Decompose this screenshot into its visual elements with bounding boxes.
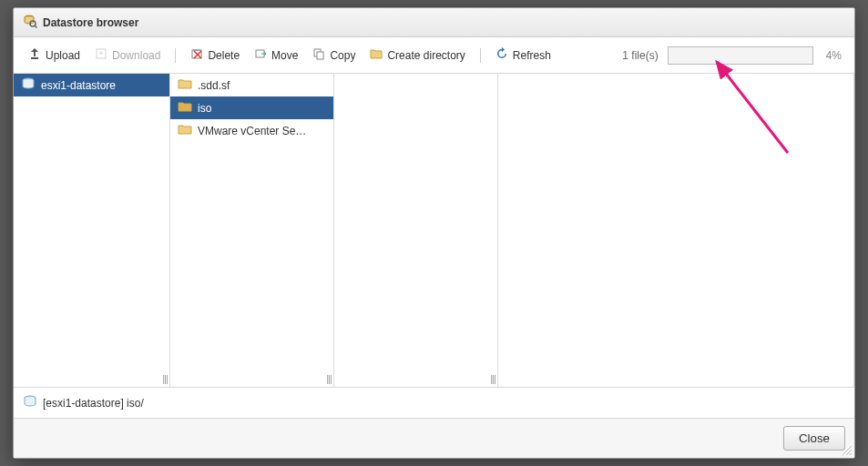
copy-label: Copy — [330, 49, 355, 62]
column-1[interactable]: esxi1-datastore ||| — [14, 74, 170, 387]
datastore-browser-dialog: Datastore browser Upload Download Delete — [13, 7, 855, 459]
svg-line-2 — [35, 25, 37, 28]
download-icon — [95, 47, 107, 63]
refresh-label: Refresh — [513, 49, 551, 62]
move-button[interactable]: Move — [249, 45, 303, 66]
upload-label: Upload — [46, 49, 80, 62]
progress-bar — [668, 46, 813, 65]
upload-icon — [28, 47, 41, 63]
column-3[interactable]: ||| — [334, 74, 498, 387]
item-label: esxi1-datastore — [41, 79, 116, 92]
titlebar: Datastore browser — [14, 8, 854, 37]
upload-button[interactable]: Upload — [23, 45, 86, 66]
separator — [175, 48, 176, 63]
svg-rect-8 — [317, 52, 323, 59]
close-button[interactable]: Close — [783, 426, 845, 451]
refresh-button[interactable]: Refresh — [490, 45, 557, 66]
progress-percent: 4% — [826, 49, 842, 62]
folder-item[interactable]: .sdd.sf — [170, 74, 333, 96]
delete-button[interactable]: Delete — [185, 45, 245, 66]
move-icon — [254, 47, 267, 63]
copy-button[interactable]: Copy — [307, 45, 361, 66]
toolbar: Upload Download Delete Move Copy — [14, 37, 854, 74]
datastore-item[interactable]: esxi1-datastore — [14, 74, 169, 96]
folder-item[interactable]: VMware vCenter Se… — [170, 119, 333, 142]
column-4[interactable] — [498, 74, 854, 387]
datastore-icon — [23, 395, 37, 410]
item-label: VMware vCenter Se… — [198, 125, 306, 137]
path-text: [esxi1-datastore] iso/ — [43, 397, 144, 410]
dialog-title: Datastore browser — [43, 16, 138, 29]
column-resize-handle[interactable]: ||| — [324, 372, 333, 385]
svg-rect-3 — [31, 57, 38, 59]
folder-icon — [178, 123, 192, 138]
create-dir-label: Create directory — [387, 49, 465, 62]
datastore-icon — [21, 77, 36, 93]
download-label: Download — [112, 49, 160, 62]
resize-handle[interactable] — [842, 445, 853, 456]
folder-icon — [178, 77, 192, 93]
file-count: 1 file(s) — [622, 49, 658, 62]
item-label: iso — [198, 102, 211, 115]
delete-icon — [190, 47, 203, 63]
magnifier-db-icon — [23, 14, 37, 31]
refresh-icon — [495, 47, 508, 63]
create-directory-button[interactable]: Create directory — [364, 45, 470, 66]
separator — [480, 48, 481, 63]
delete-label: Delete — [208, 49, 240, 62]
download-button: Download — [89, 45, 166, 66]
copy-icon — [312, 47, 325, 63]
move-label: Move — [271, 49, 298, 62]
column-2[interactable]: .sdd.sf iso VMware vCenter Se… ||| — [170, 74, 334, 387]
dialog-footer: Close — [14, 418, 854, 458]
column-resize-handle[interactable]: ||| — [488, 372, 497, 385]
folder-item[interactable]: iso — [170, 96, 333, 119]
folder-plus-icon — [370, 47, 383, 63]
item-label: .sdd.sf — [198, 79, 230, 92]
column-browser: esxi1-datastore ||| .sdd.sf iso — [14, 74, 854, 387]
column-resize-handle[interactable]: ||| — [160, 372, 169, 385]
path-bar: [esxi1-datastore] iso/ — [14, 387, 854, 418]
folder-icon — [178, 100, 192, 116]
